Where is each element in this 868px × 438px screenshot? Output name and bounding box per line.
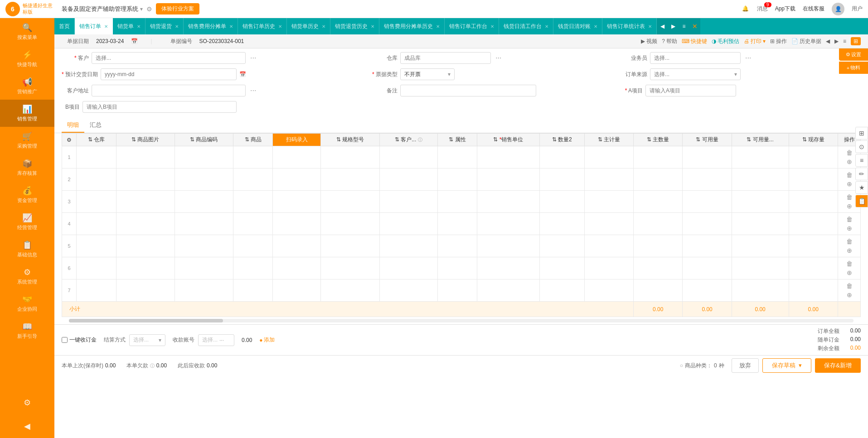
tab-daily-reconcile[interactable]: 钱货日清对账 ✕ bbox=[553, 18, 602, 34]
row-image[interactable] bbox=[116, 146, 175, 168]
bproject-input[interactable] bbox=[82, 101, 237, 113]
staff-more-btn[interactable]: ··· bbox=[745, 54, 751, 62]
history-btn[interactable]: 📄 历史单据 bbox=[791, 38, 821, 45]
tab-sales-delivery[interactable]: 销货单 ✕ bbox=[113, 18, 145, 34]
row-product[interactable] bbox=[233, 146, 273, 168]
sidebar-item-system[interactable]: ⚙ 系统管理 bbox=[0, 263, 54, 290]
tab-sales-order-close[interactable]: ✕ bbox=[104, 24, 108, 29]
tab-sales-return-close[interactable]: ✕ bbox=[175, 24, 179, 29]
tile-view-btn[interactable]: ⊞ bbox=[851, 37, 861, 45]
tab-sales-expense[interactable]: 销售费用分摊单 ✕ bbox=[184, 18, 238, 34]
tab-return-history[interactable]: 销货退货历史 ✕ bbox=[330, 18, 379, 34]
row-unit[interactable] bbox=[477, 146, 539, 168]
row-delete-btn[interactable]: 🗑 bbox=[845, 237, 853, 246]
discard-btn[interactable]: 放弃 bbox=[732, 358, 759, 373]
save-draft-dropdown[interactable]: ▾ bbox=[799, 362, 802, 369]
receipt-select[interactable]: 选择... ··· bbox=[198, 334, 234, 346]
sidebar-settings-btn[interactable]: ⚙ bbox=[0, 391, 54, 414]
customer-more-btn[interactable]: ··· bbox=[250, 54, 256, 62]
row-copy-btn[interactable]: ⊕ bbox=[846, 202, 853, 211]
order-source-input[interactable] bbox=[650, 68, 741, 80]
user-name[interactable]: 用户 bbox=[852, 5, 863, 13]
col-warehouse[interactable]: ⇅ 仓库 bbox=[77, 134, 116, 146]
tab-expense-history-close[interactable]: ✕ bbox=[436, 24, 440, 29]
table-scrollbar-thumb[interactable] bbox=[69, 319, 223, 322]
delivery-calendar-icon[interactable]: 📅 bbox=[239, 71, 246, 77]
row-delete-btn[interactable]: 🗑 bbox=[845, 170, 853, 179]
row-delete-btn[interactable]: 🗑 bbox=[845, 215, 853, 224]
table-scrollbar[interactable] bbox=[69, 319, 853, 322]
sidebar-item-guide[interactable]: 📖 新手引导 bbox=[0, 317, 54, 344]
row-delete-btn[interactable]: 🗑 bbox=[845, 281, 853, 290]
sidebar-item-quicknav[interactable]: ⚡ 快捷导航 bbox=[0, 45, 54, 72]
gear-icon[interactable]: ⚙ bbox=[146, 5, 152, 13]
row-copy-btn[interactable]: ⊕ bbox=[846, 290, 853, 299]
aproject-input[interactable] bbox=[645, 85, 736, 96]
customer-input[interactable] bbox=[92, 52, 246, 64]
material-panel-btn[interactable]: + 物料 bbox=[839, 62, 868, 74]
tab-next-btn[interactable]: ▶ bbox=[668, 18, 679, 34]
row-delete-btn[interactable]: 🗑 bbox=[845, 193, 853, 202]
right-icon-5[interactable]: ★ bbox=[855, 181, 868, 194]
tab-delivery-history[interactable]: 销货单历史 ✕ bbox=[287, 18, 330, 34]
receipt-more-btn[interactable]: ··· bbox=[219, 337, 224, 343]
settings-panel-btn[interactable]: ⚙ 设置 bbox=[839, 48, 868, 61]
row-copy-btn[interactable]: ⊕ bbox=[846, 268, 853, 277]
right-icon-6[interactable]: 📋 bbox=[855, 195, 868, 207]
row-copy-btn[interactable]: ⊕ bbox=[846, 246, 853, 255]
right-icon-4[interactable]: ✏ bbox=[855, 168, 868, 180]
tab-daily-workbench-close[interactable]: ✕ bbox=[545, 24, 548, 29]
add-payment-btn[interactable]: ● 添加 bbox=[259, 336, 274, 344]
col-main-qty[interactable]: ⇅ 主数量 bbox=[634, 134, 683, 146]
right-icon-2[interactable]: ⊙ bbox=[855, 140, 868, 153]
sidebar-item-marketing[interactable]: 📢 营销推广 bbox=[0, 72, 54, 100]
tab-menu-btn[interactable]: ≡ bbox=[679, 18, 689, 34]
row-copy-btn[interactable]: ⊕ bbox=[846, 224, 853, 233]
col-main-unit[interactable]: ⇅ 主计量 bbox=[584, 134, 633, 146]
save-draft-btn[interactable]: 保存草稿 ▾ bbox=[762, 358, 812, 373]
save-new-btn[interactable]: 保存&新增 bbox=[815, 358, 861, 373]
industry-btn[interactable]: 体验行业方案 bbox=[156, 3, 199, 14]
print-btn[interactable]: 🖨 打印 ▾ bbox=[744, 38, 766, 45]
shortcut-btn[interactable]: ⌨ 快捷键 bbox=[682, 38, 707, 45]
one-click-checkbox-input[interactable] bbox=[62, 337, 68, 343]
system-dropdown[interactable]: 装备及固定资产辅助管理系统 ▾ ⚙ bbox=[56, 5, 152, 13]
warehouse-more-btn[interactable]: ··· bbox=[495, 54, 501, 62]
notification-area[interactable]: 🔔 9 消息 bbox=[742, 5, 767, 13]
col-image[interactable]: ⇅ 商品图片 bbox=[116, 134, 175, 146]
settlement-select[interactable]: 选择... ▾ bbox=[129, 334, 165, 346]
table-scroll[interactable]: ⚙ ⇅ 仓库 ⇅ 商品图片 ⇅ 商品编码 ⇅ 商品 扫码录入 ⇅ 规格型号 ⇅ … bbox=[62, 133, 861, 317]
row-copy-btn[interactable]: ⊕ bbox=[846, 157, 853, 166]
tab-stats-close[interactable]: ✕ bbox=[648, 24, 652, 29]
sidebar-item-purchase[interactable]: 🛒 采购管理 bbox=[0, 127, 54, 154]
tab-sales-order[interactable]: 销售订单 ✕ bbox=[75, 18, 113, 34]
tab-prev-btn[interactable]: ◀ bbox=[657, 18, 668, 34]
row-delete-btn[interactable]: 🗑 bbox=[845, 148, 853, 157]
staff-input[interactable] bbox=[650, 52, 741, 64]
tab-sales-return[interactable]: 销货退货 ✕ bbox=[145, 18, 184, 34]
row-customer[interactable] bbox=[379, 146, 437, 168]
user-avatar[interactable]: 👤 bbox=[832, 3, 844, 15]
tab-sales-delivery-close[interactable]: ✕ bbox=[137, 24, 141, 29]
row-copy-btn[interactable]: ⊕ bbox=[846, 179, 853, 188]
col-customer[interactable]: ⇅ 客户... ⓘ bbox=[379, 134, 437, 146]
tab-return-history-close[interactable]: ✕ bbox=[371, 24, 374, 29]
tab-order-history[interactable]: 销售订单历史 ✕ bbox=[238, 18, 287, 34]
row-warehouse[interactable] bbox=[77, 146, 116, 168]
address-more-btn[interactable]: ··· bbox=[250, 87, 256, 95]
row-delete-btn[interactable]: 🗑 bbox=[845, 259, 853, 268]
calendar-icon[interactable]: 📅 bbox=[131, 38, 138, 44]
address-input[interactable] bbox=[92, 85, 246, 96]
col-qty2[interactable]: ⇅ 数量2 bbox=[539, 134, 584, 146]
tab-workbench-close[interactable]: ✕ bbox=[490, 24, 494, 29]
sidebar-item-sales[interactable]: 📊 销售管理 bbox=[0, 100, 54, 127]
right-icon-3[interactable]: ≡ bbox=[855, 154, 868, 167]
view-btn[interactable]: ▶ 视频 bbox=[641, 38, 657, 45]
row-spec[interactable] bbox=[321, 146, 379, 168]
tab-sales-expense-close[interactable]: ✕ bbox=[229, 24, 233, 29]
subtab-summary[interactable]: 汇总 bbox=[84, 118, 107, 133]
col-available2[interactable]: ⇅ 可用量... bbox=[732, 134, 789, 146]
sidebar-item-base[interactable]: 📋 基础信息 bbox=[0, 236, 54, 263]
col-unit[interactable]: ⇅ *销售单位 bbox=[477, 134, 539, 146]
warehouse-input[interactable] bbox=[400, 52, 491, 64]
